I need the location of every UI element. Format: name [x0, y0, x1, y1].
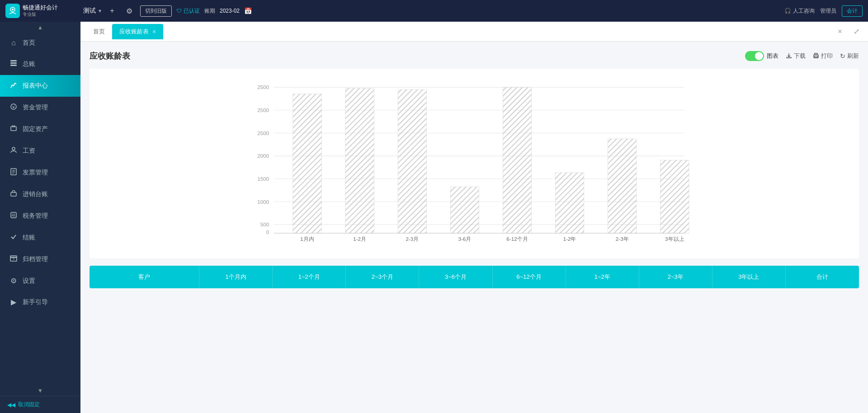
chart-toggle-group: 图表	[745, 51, 778, 61]
svg-text:税: 税	[12, 213, 15, 217]
col-2-3year: 2~3年	[639, 266, 712, 288]
table-container: 客户 1个月内 1~2个月 2~3个月 3~6个月 6~12个月 1~2年 2~…	[90, 266, 859, 288]
sidebar-item-tax[interactable]: 税 税务管理	[0, 205, 80, 227]
help-button[interactable]: 🎧 人工咨询	[784, 7, 815, 15]
svg-text:¥: ¥	[12, 105, 15, 109]
sidebar-item-inventory[interactable]: 进销台账	[0, 183, 80, 205]
svg-rect-14	[11, 192, 16, 196]
svg-text:6-12个月: 6-12个月	[506, 236, 528, 242]
sidebar-item-fund[interactable]: ¥ 资金管理	[0, 97, 80, 118]
col-total: 合计	[786, 266, 859, 288]
chart-toggle[interactable]	[745, 51, 764, 61]
close-accounts-icon	[9, 233, 18, 242]
switch-old-version-button[interactable]: 切到旧版	[140, 5, 172, 17]
svg-text:2-3月: 2-3月	[406, 236, 419, 242]
sidebar-item-report[interactable]: 报表中心	[0, 75, 80, 97]
sidebar-item-invoice[interactable]: 发票管理	[0, 162, 80, 183]
sidebar-scroll-up[interactable]: ▲	[0, 22, 80, 33]
svg-text:2500: 2500	[257, 107, 269, 113]
company-selector[interactable]: 测试 ▾	[83, 7, 101, 15]
svg-rect-3	[10, 62, 17, 64]
headset-icon: 🎧	[784, 8, 791, 14]
sidebar-item-label: 发票管理	[23, 169, 48, 177]
app-version: 专业版	[23, 11, 58, 18]
invoice-icon	[9, 168, 18, 177]
report-icon	[9, 81, 18, 90]
page-content: 应收账龄表 图表 下载	[80, 42, 868, 413]
bar-chart: 2500 2500 2500 2000 1500 1000 500 0 1月内	[99, 78, 850, 249]
col-1month: 1个月内	[199, 266, 273, 288]
sidebar-item-label: 首页	[23, 39, 35, 47]
svg-rect-41	[345, 88, 374, 233]
chart-svg: 2500 2500 2500 2000 1500 1000 500 0 1月内	[99, 78, 850, 249]
tab-receivable-aging[interactable]: 应收账龄表 ×	[112, 24, 163, 39]
svg-rect-53	[660, 160, 689, 233]
svg-text:3-6月: 3-6月	[458, 236, 471, 242]
role-button[interactable]: 会计	[842, 5, 863, 17]
sidebar-item-newbie[interactable]: ▶ 新手引导	[0, 291, 80, 313]
unpin-button[interactable]: ◀◀ 取消固定	[0, 396, 80, 413]
content-area: 首页 应收账龄表 × × ⤢ 应收账龄表 图表	[80, 22, 868, 413]
company-name: 测试	[83, 7, 96, 15]
main-layout: ▲ ⌂ 首页 总账 报表中心 ¥ 资金管	[0, 22, 868, 413]
user-button[interactable]: 管理员	[820, 7, 836, 15]
svg-rect-39	[293, 94, 321, 233]
table-header: 客户 1个月内 1~2个月 2~3个月 3~6个月 6~12个月 1~2年 2~…	[90, 266, 859, 288]
sidebar: ▲ ⌂ 首页 总账 报表中心 ¥ 资金管	[0, 22, 80, 413]
salary-icon	[9, 146, 18, 155]
chart-container: 2500 2500 2500 2000 1500 1000 500 0 1月内	[90, 69, 859, 258]
sidebar-scroll-down[interactable]: ▼	[0, 385, 80, 396]
svg-text:3年以上: 3年以上	[665, 236, 684, 242]
sidebar-item-label: 总账	[23, 60, 35, 68]
sidebar-item-home[interactable]: ⌂ 首页	[0, 33, 80, 53]
refresh-icon: ↻	[840, 52, 845, 60]
svg-rect-18	[10, 256, 17, 258]
svg-rect-49	[555, 173, 584, 233]
sidebar-item-asset[interactable]: 固定资产	[0, 118, 80, 140]
svg-text:2500: 2500	[257, 84, 269, 90]
close-panel-button[interactable]: ×	[834, 25, 846, 38]
page-title: 应收账龄表	[90, 51, 130, 61]
svg-text:2-3年: 2-3年	[616, 236, 629, 242]
tab-close-icon[interactable]: ×	[152, 28, 156, 35]
download-button[interactable]: 下载	[786, 52, 806, 60]
tab-home[interactable]: 首页	[86, 24, 112, 39]
chevron-down-icon: ▾	[99, 8, 101, 14]
svg-rect-47	[503, 87, 531, 233]
inventory-icon	[9, 190, 18, 199]
tab-right-buttons: × ⤢	[834, 25, 863, 38]
sidebar-item-archive[interactable]: 归档管理	[0, 249, 80, 270]
sidebar-item-label: 归档管理	[23, 255, 48, 263]
sidebar-item-settings[interactable]: ⚙ 设置	[0, 270, 80, 291]
sidebar-item-label: 工资	[23, 147, 35, 155]
svg-text:1500: 1500	[257, 176, 269, 182]
settings-icon: ⚙	[9, 277, 18, 285]
col-6-12month: 6~12个月	[493, 266, 566, 288]
sidebar-item-salary[interactable]: 工资	[0, 140, 80, 162]
sidebar-item-label: 新手引导	[23, 298, 48, 306]
add-company-button[interactable]: +	[106, 5, 118, 17]
col-2-3month: 2~3个月	[346, 266, 419, 288]
svg-text:500: 500	[260, 221, 269, 227]
asset-icon	[9, 125, 18, 134]
sidebar-item-label: 税务管理	[23, 212, 48, 220]
logo-icon	[5, 4, 20, 18]
sidebar-item-label: 报表中心	[23, 82, 48, 90]
expand-panel-button[interactable]: ⤢	[850, 25, 863, 38]
home-icon: ⌂	[9, 39, 18, 47]
svg-rect-51	[608, 139, 637, 233]
sidebar-item-label: 设置	[23, 277, 35, 285]
print-icon	[813, 52, 819, 60]
sidebar-item-ledger[interactable]: 总账	[0, 53, 80, 75]
refresh-button[interactable]: ↻ 刷新	[840, 52, 859, 60]
sidebar-item-close[interactable]: 结账	[0, 227, 80, 249]
calendar-icon[interactable]: 📅	[244, 7, 252, 14]
period-value: 2023-02	[220, 8, 240, 14]
toggle-knob	[755, 52, 763, 60]
archive-icon	[9, 255, 18, 264]
svg-text:1月内: 1月内	[300, 236, 314, 242]
print-button[interactable]: 打印	[813, 52, 833, 60]
page-actions: 图表 下载 打印 ↻	[745, 51, 859, 61]
tax-icon: 税	[9, 211, 18, 221]
settings-icon[interactable]: ⚙	[123, 5, 136, 17]
